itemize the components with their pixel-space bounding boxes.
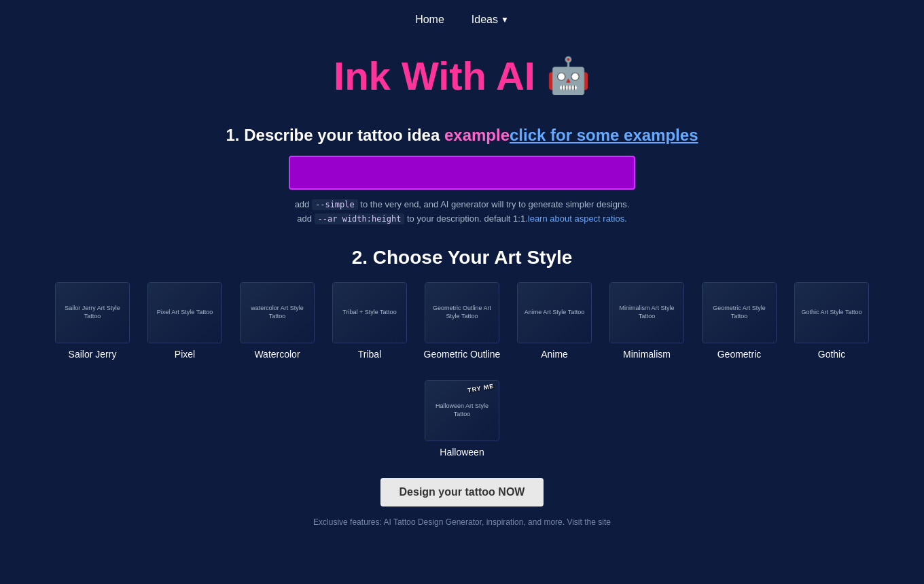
geo-outline-alt-text: Geometric Outline Art Style Tattoo <box>428 305 496 320</box>
style-item-watercolor[interactable]: watercolor Art Style Tattoo Watercolor <box>236 282 318 360</box>
watercolor-placeholder: watercolor Art Style Tattoo <box>241 283 314 343</box>
styles-row: Sailor Jerry Art Style Tattoo Sailor Jer… <box>0 282 924 360</box>
chevron-down-icon: ▼ <box>501 15 509 24</box>
anime-img-box: Anime Art Style Tattoo <box>517 282 592 343</box>
tattoo-idea-input[interactable] <box>289 156 635 190</box>
geometric-placeholder: Geometric Art Style Tattoo <box>703 283 776 343</box>
tribal-alt-text: Tribal + Style Tattoo <box>342 309 396 317</box>
nav-ideas[interactable]: Ideas ▼ <box>472 14 509 26</box>
geometric-alt-text: Geometric Art Style Tattoo <box>705 305 773 320</box>
anime-label: Anime <box>541 349 568 360</box>
design-tattoo-button[interactable]: Design your tattoo NOW <box>380 478 544 506</box>
section1-prefix: 1. Describe your tattoo idea <box>226 126 444 144</box>
gothic-label: Gothic <box>818 349 845 360</box>
hero-section: Ink With AI 🤖 <box>0 33 924 112</box>
navbar: Home Ideas ▼ <box>0 0 924 33</box>
gothic-alt-text: Gothic Art Style Tattoo <box>802 309 862 317</box>
hint-text: add --simple to the very end, and AI gen… <box>0 198 924 226</box>
tribal-img-box: Tribal + Style Tattoo <box>332 282 407 343</box>
style-item-gothic[interactable]: Gothic Art Style Tattoo Gothic <box>791 282 872 360</box>
geo-outline-img-box: Geometric Outline Art Style Tattoo <box>425 282 499 343</box>
example-text: example <box>444 126 510 144</box>
hint2-suffix: to your description. default 1:1. <box>404 213 527 224</box>
geometric-label: Geometric <box>717 349 762 360</box>
halloween-row: Halloween Art Style Tattoo TRY ME Hallow… <box>0 360 924 458</box>
pixel-label: Pixel <box>175 349 195 360</box>
anime-placeholder: Anime Art Style Tattoo <box>518 283 591 343</box>
style-item-halloween[interactable]: Halloween Art Style Tattoo TRY ME Hallow… <box>421 380 503 458</box>
halloween-label: Halloween <box>440 447 484 458</box>
design-btn-wrapper: Design your tattoo NOW <box>0 464 924 513</box>
gothic-placeholder: Gothic Art Style Tattoo <box>795 283 868 343</box>
sailor-jerry-label: Sailor Jerry <box>69 349 117 360</box>
style-item-tribal[interactable]: Tribal + Style Tattoo Tribal <box>329 282 410 360</box>
hero-title-text: Ink With AI <box>334 53 535 99</box>
aspect-ratio-link[interactable]: learn about aspect ratios <box>528 213 624 224</box>
style-item-anime[interactable]: Anime Art Style Tattoo Anime <box>514 282 595 360</box>
halloween-img-box: Halloween Art Style Tattoo TRY ME <box>425 380 499 441</box>
tribal-label: Tribal <box>358 349 382 360</box>
sailor-jerry-img-box: Sailor Jerry Art Style Tattoo <box>55 282 130 343</box>
style-item-minimalism[interactable]: Minimalism Art Style Tattoo Minimalism <box>606 282 688 360</box>
style-item-pixel[interactable]: Pixel Art Style Tattoo Pixel <box>144 282 226 360</box>
hero-title: Ink With AI 🤖 <box>334 53 590 99</box>
hint1-suffix: to the very end, and AI generator will t… <box>358 199 630 209</box>
watercolor-alt-text: watercolor Art Style Tattoo <box>243 305 311 320</box>
footer-note: Exclusive features: AI Tattoo Design Gen… <box>0 513 924 534</box>
pixel-alt-text: Pixel Art Style Tattoo <box>157 309 213 317</box>
minimalism-label: Minimalism <box>623 349 671 360</box>
hint1-code: --simple <box>312 199 358 210</box>
section2-title: 2. Choose Your Art Style <box>0 247 924 269</box>
style-item-geo-outline[interactable]: Geometric Outline Art Style Tattoo Geome… <box>421 282 503 360</box>
anime-alt-text: Anime Art Style Tattoo <box>525 309 584 317</box>
sailor-jerry-alt-text: Sailor Jerry Art Style Tattoo <box>58 305 126 320</box>
section-choose-style: 2. Choose Your Art Style Sailor Jerry Ar… <box>0 233 924 464</box>
nav-ideas-label: Ideas <box>472 14 498 26</box>
nav-home[interactable]: Home <box>415 14 444 26</box>
footer-text: Exclusive features: AI Tattoo Design Gen… <box>313 517 611 527</box>
sailor-jerry-placeholder: Sailor Jerry Art Style Tattoo <box>56 283 129 343</box>
minimalism-alt-text: Minimalism Art Style Tattoo <box>613 305 681 320</box>
geo-outline-placeholder: Geometric Outline Art Style Tattoo <box>425 283 499 343</box>
section-describe: 1. Describe your tattoo idea exampleclic… <box>0 112 924 233</box>
pixel-placeholder: Pixel Art Style Tattoo <box>148 283 221 343</box>
geometric-img-box: Geometric Art Style Tattoo <box>702 282 777 343</box>
minimalism-placeholder: Minimalism Art Style Tattoo <box>610 283 683 343</box>
gothic-img-box: Gothic Art Style Tattoo <box>794 282 869 343</box>
hint2-code: --ar width:height <box>315 213 405 224</box>
section1-title: 1. Describe your tattoo idea exampleclic… <box>0 126 924 145</box>
pixel-img-box: Pixel Art Style Tattoo <box>147 282 222 343</box>
geo-outline-label: Geometric Outline <box>424 349 501 360</box>
hint2-end: . <box>624 213 627 224</box>
tribal-placeholder: Tribal + Style Tattoo <box>333 283 406 343</box>
hint1-prefix: add <box>295 199 312 209</box>
halloween-alt-text: Halloween Art Style Tattoo <box>428 402 496 418</box>
robot-icon: 🤖 <box>546 55 590 97</box>
style-item-geometric[interactable]: Geometric Art Style Tattoo Geometric <box>698 282 780 360</box>
watercolor-label: Watercolor <box>254 349 300 360</box>
style-item-sailor-jerry[interactable]: Sailor Jerry Art Style Tattoo Sailor Jer… <box>52 282 133 360</box>
hint2-prefix: add <box>297 213 314 224</box>
minimalism-img-box: Minimalism Art Style Tattoo <box>609 282 684 343</box>
click-examples-link[interactable]: click for some examples <box>510 126 698 144</box>
watercolor-img-box: watercolor Art Style Tattoo <box>240 282 315 343</box>
